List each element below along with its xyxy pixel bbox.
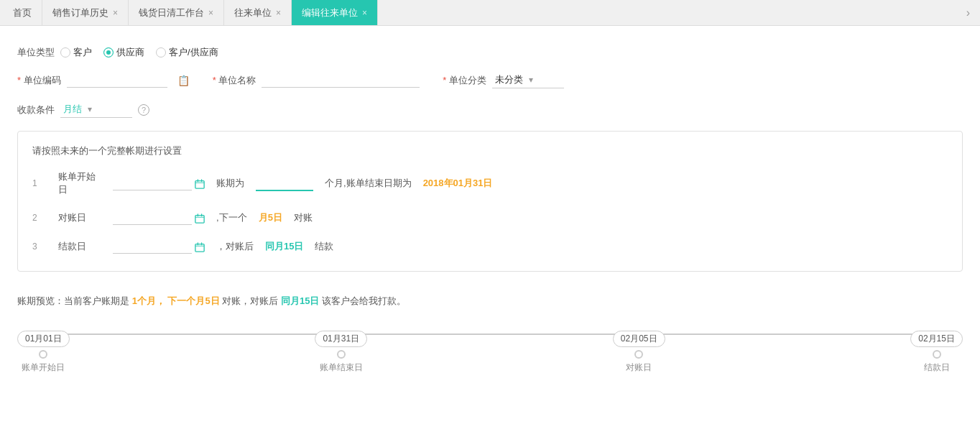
timeline-node-0-label: 01月01日 (17, 331, 70, 347)
start-date-cal-icon[interactable] (195, 178, 205, 189)
preview-text: 账期预览：当前客户账期是 1个月， 下一个月5日 对账，对账后 同月15日 该客… (17, 295, 963, 308)
period-prefix-highlight-3: 同月15日 (265, 240, 303, 253)
period-settings-box: 请按照未来的一个完整帐期进行设置 1 账单开始日 2018-01-01 账期为 … (17, 131, 963, 272)
payment-terms-dropdown[interactable]: 月结 ▾ (60, 101, 132, 118)
preview-label: 账期预览：当前客户账期是 (17, 295, 129, 306)
reconcile-date-cal-icon[interactable] (195, 212, 205, 224)
preview-part5: 该客户会给我打款。 (322, 295, 406, 306)
period-label-2: 对账日 (58, 211, 101, 224)
timeline-nodes: 01月01日 账单开始日 01月31日 账单结束日 02月05日 对账日 02月… (17, 331, 963, 374)
tab-sales-history-label: 销售订单历史 (52, 6, 108, 19)
timeline-node-3-desc: 结款日 (924, 362, 950, 374)
period-label-1: 账单开始日 (58, 170, 101, 196)
timeline-node-1: 01月31日 账单结束日 (315, 331, 367, 374)
svg-rect-1 (195, 216, 204, 224)
timeline-node-3: 02月15日 结款日 (910, 331, 963, 374)
period-label-3: 结款日 (58, 240, 101, 253)
period-suffix-3: 结款 (315, 240, 333, 253)
period-suffix-prefix-1: 账期为 (216, 177, 244, 190)
preview-part1: 1个月， (132, 295, 165, 306)
period-row-2: 2 对账日 2018-02-05 ,下一个 月5日 对账 (32, 211, 948, 225)
tab-sales-history-close[interactable]: × (113, 8, 118, 18)
unit-category-value: 未分类 (495, 73, 523, 86)
timeline-node-1-desc: 账单结束日 (320, 362, 363, 374)
tab-edit-counterpart[interactable]: 编辑往来单位 × (292, 0, 378, 25)
period-num-1: 1 (32, 178, 47, 188)
help-icon[interactable]: ? (138, 104, 149, 116)
unit-category-arrow-icon: ▾ (529, 75, 533, 85)
unit-category-dropdown[interactable]: 未分类 ▾ (492, 72, 564, 88)
timeline-node-1-label: 01月31日 (315, 331, 367, 347)
period-num-2: 2 (32, 213, 47, 223)
unit-code-label: 单位编码 (17, 74, 61, 87)
unit-name-input[interactable]: 河南供应商22 (262, 73, 420, 88)
timeline-node-3-dot (933, 350, 941, 359)
unit-type-row: 单位类型 客户 供应商 客户/供应商 (17, 46, 963, 59)
unit-code-copy-icon[interactable]: 📋 (177, 75, 190, 86)
timeline-node-0-dot (39, 350, 47, 359)
unit-type-label: 单位类型 (17, 46, 55, 59)
preview-part2: 下一个月5日 (167, 295, 219, 306)
radio-customer-circle (60, 47, 70, 58)
payment-date-wrap: 2018-02-15 (113, 239, 205, 254)
unit-name-label: 单位名称 (213, 74, 256, 87)
start-date-input[interactable]: 2018-01-01 (113, 176, 192, 190)
payment-date-input[interactable]: 2018-02-15 (113, 239, 192, 254)
timeline-node-3-label: 02月15日 (910, 331, 963, 347)
radio-customer-label: 客户 (73, 46, 92, 59)
month-input[interactable]: 1 (256, 176, 313, 191)
radio-supplier-label: 供应商 (116, 46, 144, 59)
period-row-1: 1 账单开始日 2018-01-01 账期为 1 个月,账单结束日期为 2018… (32, 170, 948, 196)
tab-cash-work-close[interactable]: × (208, 8, 213, 18)
unit-type-item: 单位类型 客户 供应商 客户/供应商 (17, 46, 218, 59)
tab-edit-counterpart-close[interactable]: × (362, 8, 367, 18)
timeline-node-2-dot (634, 350, 643, 359)
payment-date-cal-icon[interactable] (195, 241, 205, 252)
radio-both-circle (156, 47, 166, 58)
unit-code-input[interactable]: 000001 (67, 73, 167, 88)
radio-supplier-circle (103, 47, 114, 58)
payment-terms-item: 收款条件 月结 ▾ ? (17, 101, 149, 118)
period-num-3: 3 (32, 242, 47, 252)
unit-category-label: 单位分类 (443, 74, 486, 87)
period-suffix-1: 个月,账单结束日期为 (325, 177, 412, 190)
tab-home[interactable]: 首页 (3, 0, 42, 25)
reconcile-date-wrap: 2018-02-05 (113, 211, 205, 225)
tabs-more-button[interactable]: › (959, 6, 977, 19)
unit-code-item: 单位编码 000001 📋 (17, 73, 190, 88)
timeline-node-1-dot (337, 350, 346, 359)
svg-rect-2 (195, 244, 204, 252)
tab-sales-history[interactable]: 销售订单历史 × (42, 0, 129, 25)
reconcile-date-input[interactable]: 2018-02-05 (113, 211, 192, 225)
tab-cash-work[interactable]: 钱货日清工作台 × (129, 0, 224, 25)
payment-terms-row: 收款条件 月结 ▾ ? (17, 101, 963, 118)
radio-both[interactable]: 客户/供应商 (156, 46, 218, 59)
period-highlight-1: 2018年01月31日 (423, 177, 493, 190)
radio-supplier[interactable]: 供应商 (103, 46, 144, 59)
svg-rect-0 (195, 181, 204, 189)
payment-terms-arrow-icon: ▾ (88, 104, 92, 114)
timeline-node-0: 01月01日 账单开始日 (17, 331, 70, 374)
start-date-wrap: 2018-01-01 (113, 176, 205, 190)
period-prefix-highlight-2: 月5日 (259, 211, 282, 224)
timeline-node-2-label: 02月05日 (613, 331, 665, 347)
period-prefix-3: ，对账后 (216, 240, 254, 253)
tab-counterpart-label: 往来单位 (234, 6, 272, 19)
timeline-node-2: 02月05日 对账日 (613, 331, 665, 374)
timeline: 01月01日 账单开始日 01月31日 账单结束日 02月05日 对账日 02月… (17, 323, 963, 395)
payment-terms-value: 月结 (63, 103, 82, 116)
payment-terms-label: 收款条件 (17, 104, 55, 116)
period-suffix-2: 对账 (294, 211, 313, 224)
preview-section: 账期预览：当前客户账期是 1个月， 下一个月5日 对账，对账后 同月15日 该客… (17, 285, 963, 395)
timeline-node-0-desc: 账单开始日 (22, 362, 65, 374)
unit-info-row: 单位编码 000001 📋 单位名称 河南供应商22 单位分类 未分类 ▾ (17, 72, 963, 88)
preview-part3: 对账，对账后 (222, 295, 278, 306)
radio-both-label: 客户/供应商 (169, 46, 218, 59)
period-row-3: 3 结款日 2018-02-15 ，对账后 同月15日 结款 (32, 239, 948, 254)
unit-name-item: 单位名称 河南供应商22 (213, 73, 420, 88)
period-prefix-2: ,下一个 (216, 211, 247, 224)
tab-counterpart-close[interactable]: × (276, 8, 281, 18)
radio-customer[interactable]: 客户 (60, 46, 92, 59)
preview-part4: 同月15日 (281, 295, 319, 306)
tab-counterpart[interactable]: 往来单位 × (224, 0, 292, 25)
